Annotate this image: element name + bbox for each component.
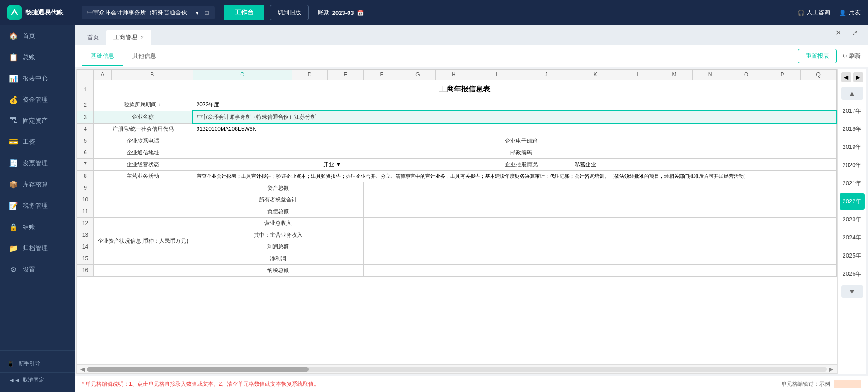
period-value-cell[interactable]: 2022年度 <box>193 99 836 111</box>
spreadsheet-title-cell[interactable]: 工商年报信息表 <box>93 80 836 99</box>
sidebar-item-archive[interactable]: 📁 归档管理 <box>0 238 75 259</box>
row-num-16: 16 <box>77 264 94 276</box>
sub-tab-basic[interactable]: 基础信息 <box>82 48 123 66</box>
tab-home[interactable]: 首页 <box>82 30 104 45</box>
table-row: 3 企业名称 中审众环会计师事务所（特殊普通合伙）江苏分所 <box>77 111 837 123</box>
scroll-left-btn[interactable]: ◀ <box>79 366 87 373</box>
year-item-2024[interactable]: 2024年 <box>840 229 865 246</box>
table-row: 9 资产总额 <box>77 182 837 194</box>
tax-icon: 📝 <box>9 201 18 210</box>
row-num-6: 6 <box>77 147 94 158</box>
sidebar-item-home[interactable]: 🏠 首页 <box>0 25 75 47</box>
row9-a-cell <box>93 182 193 194</box>
sidebar-item-report[interactable]: 📊 报表中心 <box>0 68 75 89</box>
window-close-button[interactable]: ✕ <box>832 26 844 39</box>
email-label-cell: 企业电子邮箱 <box>472 135 571 147</box>
sidebar-item-inventory[interactable]: 📦 库存核算 <box>0 174 75 195</box>
company-name-value-cell[interactable]: 中审众环会计师事务所（特殊普通合伙）江苏分所 <box>193 111 836 123</box>
pin-area[interactable]: ◄◄ 取消固定 <box>0 372 75 387</box>
workbench-button[interactable]: 工作台 <box>224 5 264 20</box>
sidebar-item-tax[interactable]: 📝 税务管理 <box>0 195 75 216</box>
col-header-q: Q <box>800 70 836 80</box>
phone-value-cell[interactable] <box>193 135 472 147</box>
asset-status-label-cell: 企业资产状况信息(币种：人民币万元) <box>93 217 193 264</box>
main-revenue-value-cell[interactable] <box>363 229 836 241</box>
tab-commerce[interactable]: 工商管理 × <box>106 30 151 45</box>
equity-value-cell[interactable] <box>363 194 836 206</box>
year-down-button[interactable]: ▼ <box>841 285 863 298</box>
row11-a-cell <box>93 206 193 217</box>
row-num-4: 4 <box>77 123 94 135</box>
year-up-button[interactable]: ▲ <box>841 87 863 100</box>
col-header-d: D <box>292 70 328 80</box>
profit-label-cell: 利润总额 <box>193 241 363 253</box>
address-value-cell[interactable] <box>193 147 472 158</box>
year-item-2017[interactable]: 2017年 <box>840 103 865 119</box>
business-value-cell[interactable]: 审查企业会计报表；出具审计报告；验证企业资本；出具验资报告；办理企业合开、分立、… <box>193 170 836 182</box>
net-profit-value-cell[interactable] <box>363 253 836 264</box>
company-selector[interactable]: 中审众环会计师事务所（特殊普通合伙... ▾ ⊡ <box>82 6 215 19</box>
horizontal-scrollbar[interactable]: ◀ ▶ <box>77 364 837 373</box>
old-version-button[interactable]: 切到旧版 <box>270 5 309 20</box>
sidebar-item-asset[interactable]: 🏗 固定资产 <box>0 110 75 131</box>
consult-button[interactable]: 🎧 人工咨询 <box>797 9 830 17</box>
tax-value-cell[interactable] <box>363 264 836 276</box>
sidebar-label-home: 首页 <box>23 32 35 40</box>
sidebar-item-ledger[interactable]: 📋 总账 <box>0 47 75 68</box>
equity-label-cell: 所有者权益合计 <box>193 194 363 206</box>
col-header-row: A B C D E F G H I J K L <box>77 70 837 80</box>
reset-report-button[interactable]: 重置报表 <box>798 49 837 63</box>
holding-value-cell[interactable]: 私营企业 <box>571 158 836 170</box>
year-item-2026[interactable]: 2026年 <box>840 266 865 282</box>
status-label-cell: 企业经营状态 <box>93 158 193 170</box>
status-value-cell[interactable]: 开业 ▼ <box>193 158 472 170</box>
tab-close-button[interactable]: × <box>141 34 144 41</box>
sidebar-item-invoice[interactable]: 🧾 发票管理 <box>0 153 75 174</box>
revenue-value-cell[interactable] <box>363 217 836 229</box>
year-item-2018[interactable]: 2018年 <box>840 121 865 137</box>
sub-tab-other[interactable]: 其他信息 <box>123 48 165 66</box>
reg-value-cell[interactable]: 91320100MA208E5W6K <box>193 123 836 135</box>
email-value-cell[interactable] <box>571 135 836 147</box>
sidebar-label-guide: 新手引导 <box>19 360 40 368</box>
assets-value-cell[interactable] <box>363 182 836 194</box>
col-header-p: P <box>764 70 801 80</box>
row16-a-cell <box>93 264 193 276</box>
reg-label-cell: 注册号/统一社会信用代码 <box>93 123 193 135</box>
sidebar-label-report: 报表中心 <box>23 75 48 83</box>
sidebar-item-settings[interactable]: ⚙ 设置 <box>0 259 75 280</box>
year-item-2021[interactable]: 2021年 <box>840 175 865 191</box>
year-panel-right-icon[interactable]: ▶ <box>853 72 863 82</box>
year-item-2023[interactable]: 2023年 <box>840 211 865 228</box>
sidebar-item-payroll[interactable]: 💳 工资 <box>0 131 75 153</box>
company-name-label-cell: 企业名称 <box>93 111 193 123</box>
year-panel: ◀ ▶ ▲ 2017年 2018年 2019年 2020年 2021年 2022… <box>837 69 866 374</box>
spreadsheet-container[interactable]: A B C D E F G H I J K L <box>77 69 837 364</box>
ledger-icon: 📋 <box>9 53 18 62</box>
year-item-2025[interactable]: 2025年 <box>840 248 865 264</box>
status-right: 单元格编辑过：示例 <box>781 380 861 388</box>
year-item-2019[interactable]: 2019年 <box>840 139 865 155</box>
year-item-2022[interactable]: 2022年 <box>840 193 865 210</box>
status-example-box <box>834 380 861 388</box>
tab-home-label: 首页 <box>87 34 99 41</box>
scroll-track[interactable] <box>87 367 827 372</box>
sidebar-item-fund[interactable]: 💰 资金管理 <box>0 89 75 110</box>
year-item-2020[interactable]: 2020年 <box>840 157 865 173</box>
liabilities-value-cell[interactable] <box>363 206 836 217</box>
year-panel-left-icon[interactable]: ◀ <box>841 72 851 82</box>
window-expand-button[interactable]: ⤢ <box>848 26 861 39</box>
sidebar-item-guide[interactable]: 📱 新手引导 <box>0 355 75 372</box>
holding-label-cell: 企业控股情况 <box>472 158 571 170</box>
archive-icon: 📁 <box>9 244 18 253</box>
table-row: 10 所有者权益合计 <box>77 194 837 206</box>
sidebar-item-close[interactable]: 🔒 结账 <box>0 216 75 238</box>
profit-value-cell[interactable] <box>363 241 836 253</box>
postcode-value-cell[interactable] <box>571 147 836 158</box>
sub-tab-other-label: 其他信息 <box>132 53 156 59</box>
user-area[interactable]: 👤 用友 <box>839 9 861 17</box>
scroll-right-btn[interactable]: ▶ <box>827 366 835 373</box>
refresh-button[interactable]: ↻ 刷新 <box>842 52 861 60</box>
scroll-thumb[interactable] <box>87 367 309 372</box>
calendar-icon[interactable]: 📅 <box>357 10 364 16</box>
